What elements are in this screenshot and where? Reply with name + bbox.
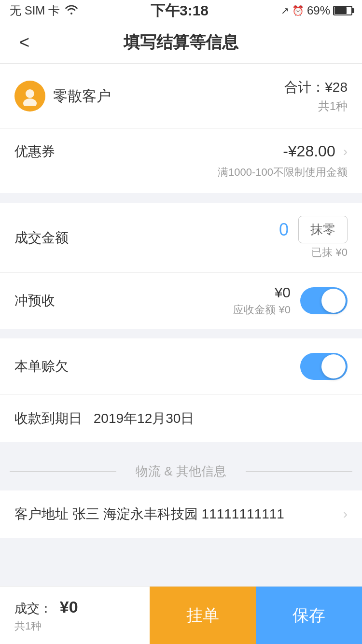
transaction-label: 成交金额 <box>14 229 69 247</box>
debt-row: 本单赊欠 <box>0 338 362 394</box>
status-bar: 无 SIM 卡 下午3:18 ↗ ⏰ 69% <box>0 0 362 21</box>
customer-avatar <box>14 81 45 112</box>
customer-name: 零散客户 <box>53 86 111 106</box>
due-date-row[interactable]: 收款到期日 2019年12月30日 <box>0 394 362 442</box>
advance-values: ¥0 应收金额 ¥0 <box>233 284 291 317</box>
transaction-row: 成交金额 0 抹零 已抹 ¥0 <box>0 203 362 272</box>
save-button[interactable]: 保存 <box>256 587 362 644</box>
transaction-section: 成交金额 0 抹零 已抹 ¥0 冲预收 ¥0 应收金额 ¥0 <box>0 203 362 329</box>
divider-line-right <box>246 471 352 472</box>
alarm-icon: ⏰ <box>292 5 304 16</box>
footer-deal-info: 成交： ¥0 共1种 <box>0 598 150 633</box>
customer-total: 合计：¥28 <box>284 78 348 97</box>
footer-deal-row: 成交： ¥0 <box>14 598 135 617</box>
footer-deal-label: 成交： <box>14 601 52 616</box>
due-date-value: 2019年12月30日 <box>94 411 195 426</box>
customer-row: 零散客户 合计：¥28 共1种 <box>0 64 362 128</box>
customer-section: 零散客户 合计：¥28 共1种 <box>0 64 362 128</box>
customer-total-info: 合计：¥28 共1种 <box>284 78 348 114</box>
page-title: 填写结算等信息 <box>124 31 238 54</box>
coupon-section: 优惠券 -¥28.00 › 满1000-100不限制使用金额 <box>0 128 362 193</box>
back-button[interactable]: < <box>14 28 34 57</box>
advance-label: 冲预收 <box>14 292 55 310</box>
address-row[interactable]: 客户地址 张三 海淀永丰科技园 11111111111 › <box>0 490 362 538</box>
debt-toggle[interactable] <box>300 353 348 380</box>
divider-2 <box>0 329 362 338</box>
battery-percent: 69% <box>307 4 330 17</box>
due-date-content: 收款到期日 2019年12月30日 <box>14 411 194 426</box>
debt-label: 本单赊欠 <box>14 357 69 376</box>
address-label: 客户地址 <box>14 505 72 523</box>
coupon-sub: 满1000-100不限制使用金额 <box>218 165 348 180</box>
round-off-button[interactable]: 抹零 <box>298 216 348 243</box>
transaction-already-rounded: 已抹 ¥0 <box>311 245 348 260</box>
nav-bar: < 填写结算等信息 <box>0 21 362 64</box>
advance-amount: ¥0 <box>233 284 291 301</box>
toggle-knob <box>321 289 346 313</box>
footer-deal-count: 共1种 <box>14 619 135 633</box>
customer-count: 共1种 <box>284 98 348 114</box>
coupon-right: -¥28.00 › 满1000-100不限制使用金额 <box>218 142 348 180</box>
divider-line-left <box>10 471 116 472</box>
debt-section: 本单赊欠 收款到期日 2019年12月30日 <box>0 338 362 442</box>
coupon-label: 优惠券 <box>14 142 55 161</box>
debt-toggle-knob <box>321 354 346 378</box>
wifi-icon <box>65 4 78 17</box>
svg-point-0 <box>26 89 34 98</box>
transaction-amount[interactable]: 0 <box>279 220 289 240</box>
due-date-label: 收款到期日 <box>14 411 82 426</box>
coupon-chevron: › <box>343 144 348 159</box>
status-time: 下午3:18 <box>151 1 209 21</box>
status-left: 无 SIM 卡 <box>10 3 78 18</box>
status-right: ↗ ⏰ 69% <box>281 4 352 17</box>
address-section: 客户地址 张三 海淀永丰科技园 11111111111 › <box>0 490 362 538</box>
location-icon: ↗ <box>281 5 289 16</box>
footer-deal-amount: ¥0 <box>60 598 78 616</box>
customer-info: 零散客户 <box>14 81 111 112</box>
advance-row: 冲预收 ¥0 应收金额 ¥0 <box>0 272 362 329</box>
coupon-row[interactable]: 优惠券 -¥28.00 › 满1000-100不限制使用金额 <box>0 128 362 193</box>
hold-button[interactable]: 挂单 <box>150 587 256 644</box>
advance-receivable: 应收金额 ¥0 <box>233 303 291 317</box>
address-value: 张三 海淀永丰科技园 11111111111 <box>72 505 335 523</box>
footer: 成交： ¥0 共1种 挂单 保存 <box>0 586 362 644</box>
carrier-text: 无 SIM 卡 <box>10 3 60 18</box>
divider-1 <box>0 193 362 203</box>
svg-point-1 <box>23 98 37 106</box>
logistics-label: 物流 & 其他信息 <box>126 463 236 480</box>
divider-3 <box>0 442 362 452</box>
advance-toggle[interactable] <box>300 287 348 314</box>
logistics-divider: 物流 & 其他信息 <box>0 452 362 490</box>
battery-icon <box>333 6 352 15</box>
coupon-discount: -¥28.00 <box>283 142 335 160</box>
address-chevron: › <box>343 506 348 522</box>
